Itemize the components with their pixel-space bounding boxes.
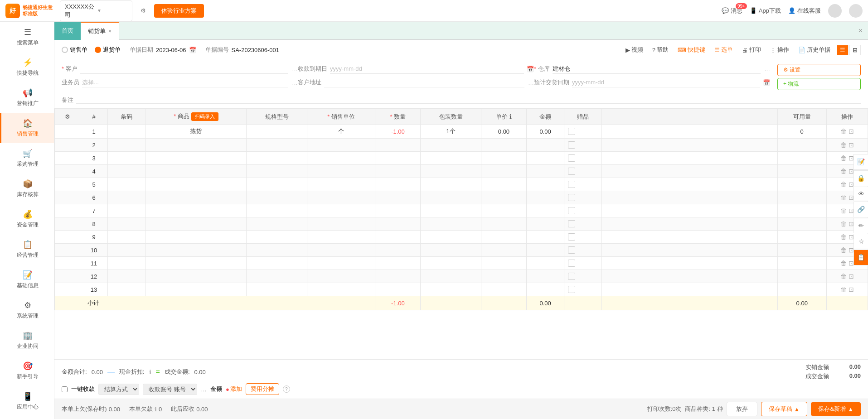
float-edit-btn[interactable]: ✏ — [853, 218, 868, 233]
customer-input[interactable] — [80, 64, 288, 74]
list-view-btn[interactable]: ☰ — [837, 45, 849, 55]
gift-checkbox-4[interactable] — [568, 168, 575, 175]
delete-icon[interactable]: 🗑 — [840, 128, 847, 135]
print-btn[interactable]: 🖨 打印 — [739, 44, 764, 55]
float-star-btn[interactable]: ☆ — [853, 234, 868, 249]
tab-close-icon[interactable]: × — [108, 28, 112, 34]
gift-checkbox-10[interactable] — [568, 246, 575, 254]
dots-icon[interactable]: … — [201, 386, 207, 393]
abandon-button[interactable]: 放弃 — [727, 402, 757, 416]
gift-checkbox-3[interactable] — [568, 154, 575, 162]
sidebar-item-wechat[interactable]: 💬 企业微信 — [0, 416, 54, 419]
sidebar-item-sales[interactable]: 🏠 销售管理 — [0, 113, 54, 143]
sidebar-item-system[interactable]: ⚙ 系统管理 — [0, 295, 54, 325]
trial-button[interactable]: 体验行业方案 — [154, 4, 204, 18]
addr-dots-icon[interactable]: … — [528, 79, 534, 86]
sidebar-item-finance[interactable]: 💰 资金管理 — [0, 204, 54, 234]
due-date-input[interactable] — [330, 64, 524, 74]
settings-icon[interactable]: ⚙ — [136, 4, 150, 18]
save-new-button[interactable]: 保存&新增 ▲ — [811, 402, 861, 416]
delete-icon[interactable]: 🗑 — [840, 220, 847, 227]
history-btn[interactable]: 📄 历史单据 — [795, 44, 833, 55]
delete-icon[interactable]: 🗑 — [840, 260, 847, 267]
delete-icon[interactable]: 🗑 — [840, 181, 847, 188]
select-btn[interactable]: ☰ 选单 — [712, 44, 736, 55]
salesperson-input[interactable] — [82, 77, 288, 87]
gift-checkbox-12[interactable] — [568, 273, 575, 280]
delete-icon[interactable]: 🗑 — [840, 168, 847, 175]
app-download-action[interactable]: 📱 App下载 — [750, 7, 781, 15]
video-btn[interactable]: ▶ 视频 — [623, 44, 646, 55]
gift-checkbox-7[interactable] — [568, 207, 575, 214]
account-select[interactable]: 收款账号 账号 — [143, 384, 197, 395]
scan-button[interactable]: 扫码录入 — [191, 112, 218, 121]
sidebar-item-guide[interactable]: 🎯 新手引导 — [0, 356, 54, 386]
sidebar-item-purchase[interactable]: 🛒 采购管理 — [0, 143, 54, 173]
float-link-btn[interactable]: 🔗 — [853, 202, 868, 217]
sidebar-item-enterprise[interactable]: 🏢 企业协同 — [0, 325, 54, 356]
delivery-date-input[interactable] — [572, 77, 760, 87]
expense-button[interactable]: 费用分摊 — [246, 383, 279, 395]
warehouse-input[interactable] — [553, 64, 761, 74]
help-btn[interactable]: ? 帮助 — [650, 44, 671, 55]
gift-checkbox-11[interactable] — [568, 260, 575, 267]
delete-icon[interactable]: 🗑 — [840, 194, 847, 201]
calendar-icon[interactable]: 📅 — [189, 47, 196, 53]
grid-view-btn[interactable]: ⊞ — [849, 45, 861, 55]
gift-checkbox-5[interactable] — [568, 181, 575, 188]
company-select[interactable]: XXXXXX公司 ▼ — [60, 0, 132, 21]
salesperson-dots-icon[interactable]: … — [292, 79, 298, 86]
service-action[interactable]: 👤 在线客服 — [788, 7, 821, 15]
gift-checkbox-9[interactable] — [568, 233, 575, 241]
sidebar-item-inventory[interactable]: 📦 库存核算 — [0, 173, 54, 204]
add-btn[interactable]: ● 添加 — [226, 385, 242, 393]
expense-help-icon[interactable]: ? — [283, 385, 290, 393]
avatar[interactable] — [828, 4, 842, 18]
save-draft-button[interactable]: 保存草稿 ▲ — [761, 402, 808, 416]
tab-sales-order[interactable]: 销货单 × — [81, 22, 119, 40]
float-action-btn[interactable]: 📋 — [853, 250, 868, 265]
radio-sales[interactable]: 销售单 — [62, 46, 87, 54]
message-action[interactable]: 💬 消息 99+ — [722, 7, 742, 15]
gift-checkbox-8[interactable] — [568, 220, 575, 227]
sidebar-item-shortcut[interactable]: ⚡ 快捷导航 — [0, 52, 54, 82]
delete-icon[interactable]: 🗑 — [840, 246, 847, 254]
sidebar-item-marketing[interactable]: 📢 营销推广 — [0, 82, 54, 113]
gift-checkbox-1[interactable] — [568, 128, 575, 135]
delete-icon[interactable]: 🗑 — [840, 233, 847, 241]
tab-home[interactable]: 首页 — [54, 22, 81, 40]
customer-addr-input[interactable] — [324, 77, 524, 87]
gift-checkbox-2[interactable] — [568, 141, 575, 149]
warehouse-dots-icon[interactable]: … — [764, 66, 770, 72]
notes-input[interactable] — [76, 96, 861, 104]
copy-icon[interactable]: ⊡ — [849, 286, 854, 293]
close-all-tabs-icon[interactable]: × — [858, 27, 863, 34]
delete-icon[interactable]: 🗑 — [840, 273, 847, 280]
gift-checkbox-6[interactable] — [568, 194, 575, 201]
calendar2-icon[interactable]: 📅 — [527, 66, 534, 72]
delete-icon[interactable]: 🗑 — [840, 141, 847, 149]
sidebar-item-search[interactable]: ☰ 搜索菜单 — [0, 22, 54, 52]
delete-icon[interactable]: 🗑 — [840, 207, 847, 214]
copy-icon[interactable]: ⊡ — [849, 273, 854, 280]
customer-dots-icon[interactable]: … — [292, 66, 298, 72]
float-note-btn[interactable]: 📝 — [853, 154, 868, 170]
action-btn[interactable]: ⋮ 操作 — [767, 44, 792, 55]
one-click-checkbox[interactable] — [62, 386, 68, 392]
copy-icon[interactable]: ⊡ — [849, 128, 854, 135]
float-eye-btn[interactable]: 👁 — [853, 187, 868, 201]
sidebar-item-appcenter[interactable]: 📱 应用中心 — [0, 386, 54, 416]
sidebar-item-basic[interactable]: 📝 基础信息 — [0, 265, 54, 295]
calendar3-icon[interactable]: 📅 — [763, 79, 770, 86]
delete-icon[interactable]: 🗑 — [840, 154, 847, 162]
method-select[interactable]: 结算方式 — [98, 384, 139, 395]
sidebar-item-operations[interactable]: 📋 经营管理 — [0, 234, 54, 265]
float-lock-btn[interactable]: 🔒 — [853, 170, 868, 186]
copy-icon[interactable]: ⊡ — [849, 141, 854, 149]
shortcut-btn[interactable]: ⌨ 快捷键 — [675, 44, 708, 55]
radio-return[interactable]: 退货单 — [95, 46, 121, 54]
gift-checkbox-13[interactable] — [568, 286, 575, 293]
delete-icon[interactable]: 🗑 — [840, 286, 847, 293]
logistics-button[interactable]: + 物流 — [777, 78, 861, 90]
set-button[interactable]: ⚙ 设置 — [777, 64, 861, 76]
